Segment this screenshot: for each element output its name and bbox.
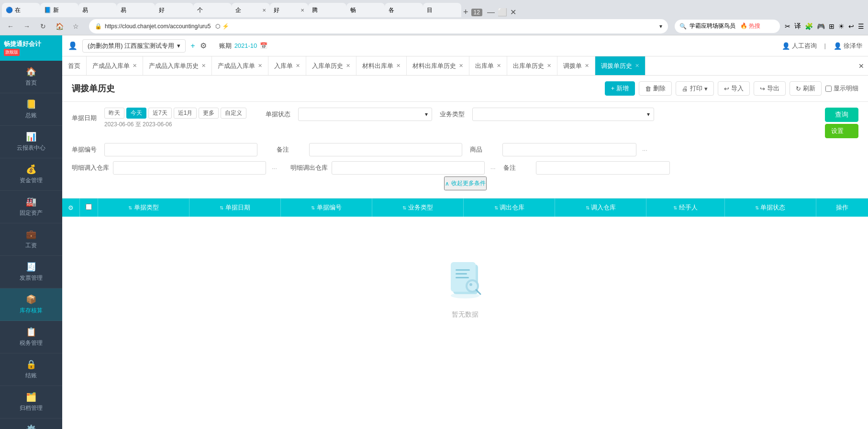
- remark-input[interactable]: [309, 143, 462, 156]
- tab-stock-in-history[interactable]: 入库单历史 ✕: [306, 56, 356, 76]
- col-date[interactable]: ⇅ 单据日期: [189, 198, 281, 217]
- calendar-icon[interactable]: 📅: [260, 42, 267, 49]
- company-selector[interactable]: (勿删勿禁用) 江西服宝测试专用 ▾: [82, 39, 186, 53]
- tab-home[interactable]: 首页: [62, 56, 87, 76]
- sidebar-item-payroll[interactable]: 💼 工资: [0, 223, 62, 256]
- sidebar-item-tax[interactable]: 📋 税务管理: [0, 321, 62, 353]
- tab-material-out-history[interactable]: 材料出库单历史 ✕: [407, 56, 469, 76]
- detail-out-input[interactable]: [332, 161, 485, 175]
- translate-icon[interactable]: 译: [794, 22, 801, 31]
- tab-material-out-close[interactable]: ✕: [396, 63, 401, 69]
- tab-product-in2[interactable]: 产成品入库单 ✕: [212, 56, 268, 76]
- sidebar-logo[interactable]: 畅捷通好会计 旗舰版: [0, 35, 62, 61]
- window-close[interactable]: ✕: [510, 8, 516, 17]
- browser-tab-9[interactable]: 腾: [308, 3, 346, 17]
- select-all-checkbox[interactable]: [86, 204, 92, 210]
- status-select[interactable]: ▾: [298, 108, 432, 121]
- biz-type-select[interactable]: ▾: [472, 108, 654, 121]
- tab-transfer-history-close[interactable]: ✕: [635, 63, 639, 69]
- date-more-btn[interactable]: 更多: [199, 108, 219, 119]
- browser-tab-11[interactable]: 各: [385, 3, 423, 17]
- new-tab-btn[interactable]: +: [463, 7, 468, 17]
- address-bar[interactable]: 🔒 https://cloud.chanjet.com/accounting/u…: [89, 19, 668, 33]
- print-btn[interactable]: 🖨 打印 ▾: [676, 81, 714, 96]
- tab-bar-close-all[interactable]: ✕: [858, 62, 864, 70]
- grid-icon[interactable]: ⊞: [829, 22, 835, 30]
- col-settings[interactable]: ⚙: [62, 198, 80, 217]
- browser-tab-10[interactable]: 畅: [346, 3, 385, 17]
- print-dropdown-icon[interactable]: ▾: [704, 85, 708, 92]
- order-no-input[interactable]: [104, 143, 257, 156]
- tab-out-history[interactable]: 出库单历史 ✕: [507, 56, 557, 76]
- star-button[interactable]: ☆: [69, 20, 82, 33]
- browser-tab-8[interactable]: 好 ✕: [270, 3, 308, 17]
- service-btn[interactable]: 👤人工咨询: [782, 42, 817, 50]
- col-no[interactable]: ⇅ 单据编号: [281, 198, 372, 217]
- sidebar-item-ledger[interactable]: 📒 总账: [0, 93, 62, 126]
- col-checkbox[interactable]: [80, 198, 98, 217]
- delete-btn[interactable]: 🗑 删除: [639, 81, 672, 96]
- show-full-checkbox[interactable]: [825, 86, 832, 92]
- goods-more-icon[interactable]: ···: [642, 146, 647, 154]
- refresh-button[interactable]: ↻: [36, 20, 50, 33]
- home-button[interactable]: 🏠: [53, 20, 66, 33]
- query-btn[interactable]: 查询: [825, 108, 858, 122]
- tab-transfer-history[interactable]: 调拨单历史 ✕: [595, 56, 645, 76]
- sidebar-item-archive[interactable]: 🗂️ 归档管理: [0, 386, 62, 418]
- browser-tab-7-close[interactable]: ✕: [262, 8, 266, 13]
- window-maximize[interactable]: ⬜: [498, 8, 507, 17]
- sidebar-item-assets[interactable]: 🏭 固定资产: [0, 191, 62, 223]
- goods-input[interactable]: [502, 143, 636, 156]
- new-btn[interactable]: + 新增: [605, 81, 635, 96]
- show-full-toggle[interactable]: 显示明细: [825, 84, 858, 93]
- window-minimize[interactable]: —: [487, 8, 495, 17]
- settings-btn[interactable]: 设置: [825, 124, 858, 138]
- date-custom-btn[interactable]: 自定义: [221, 108, 246, 119]
- col-handler[interactable]: ⇅ 经手人: [646, 198, 724, 217]
- back-button[interactable]: ←: [4, 20, 17, 33]
- menu-icon[interactable]: ☰: [858, 22, 864, 30]
- search-bar[interactable]: 🔍 学霸应聘场驱鸟员 🔥 热搜: [675, 20, 780, 33]
- add-company-btn[interactable]: +: [190, 42, 195, 50]
- refresh-btn[interactable]: ↻ 刷新: [790, 81, 822, 96]
- undo-icon[interactable]: ↩: [848, 22, 854, 30]
- tab-transfer[interactable]: 调拨单 ✕: [557, 56, 595, 76]
- export-btn[interactable]: ↪ 导出: [754, 81, 786, 96]
- sidebar-item-inventory[interactable]: 📦 库存核算: [0, 288, 62, 321]
- user-avatar[interactable]: 👤 徐泽华: [834, 42, 862, 50]
- date-yesterday-btn[interactable]: 昨天: [104, 108, 124, 119]
- sidebar-item-home[interactable]: 🏠 首页: [0, 61, 62, 93]
- detail-in-more-icon[interactable]: ···: [272, 165, 277, 172]
- col-type[interactable]: ⇅ 单据类型: [98, 198, 189, 217]
- tab-product-in-history[interactable]: 产成品入库单历史 ✕: [143, 56, 212, 76]
- col-biz-type[interactable]: ⇅ 业务类型: [372, 198, 464, 217]
- tab-material-out[interactable]: 材料出库单 ✕: [356, 56, 407, 76]
- scissors-icon[interactable]: ✂: [785, 22, 790, 30]
- browser-tab-12[interactable]: 目: [423, 3, 461, 17]
- company-settings-icon[interactable]: ⚙: [200, 41, 207, 50]
- tab-stock-in-history-close[interactable]: ✕: [346, 63, 350, 69]
- extension2-icon[interactable]: 🎮: [817, 22, 825, 30]
- browser-tab-2[interactable]: 📘 新: [40, 3, 78, 17]
- tab-product-in[interactable]: 产成品入库单 ✕: [87, 56, 143, 76]
- browser-tab-3[interactable]: 易: [78, 3, 117, 17]
- browser-tab-8-close[interactable]: ✕: [300, 8, 304, 13]
- address-dropdown[interactable]: ▾: [659, 23, 662, 30]
- browser-tab-7[interactable]: 企 ✕: [232, 3, 270, 17]
- sidebar-item-cash[interactable]: 💰 资金管理: [0, 158, 62, 191]
- forward-button[interactable]: →: [20, 20, 33, 33]
- tab-stock-in-close[interactable]: ✕: [296, 63, 300, 69]
- tab-transfer-close[interactable]: ✕: [585, 63, 589, 69]
- import-btn[interactable]: ↩ 导入: [718, 81, 750, 96]
- date-1month-btn[interactable]: 近1月: [174, 108, 197, 119]
- tab-stock-in[interactable]: 入库单 ✕: [268, 56, 306, 76]
- sidebar-item-report[interactable]: 📊 云报表中心: [0, 126, 62, 158]
- col-out-warehouse[interactable]: ⇅ 调出仓库: [464, 198, 555, 217]
- sidebar-item-invoice[interactable]: 🧾 发票管理: [0, 256, 62, 288]
- tab-material-out-history-close[interactable]: ✕: [459, 63, 463, 69]
- tab-out-history-close[interactable]: ✕: [547, 63, 551, 69]
- browser-tab-5[interactable]: 好: [155, 3, 193, 17]
- tab-product-in-close[interactable]: ✕: [133, 63, 137, 69]
- extension1-icon[interactable]: 🧩: [805, 22, 813, 30]
- detail-remark-input[interactable]: [536, 161, 670, 175]
